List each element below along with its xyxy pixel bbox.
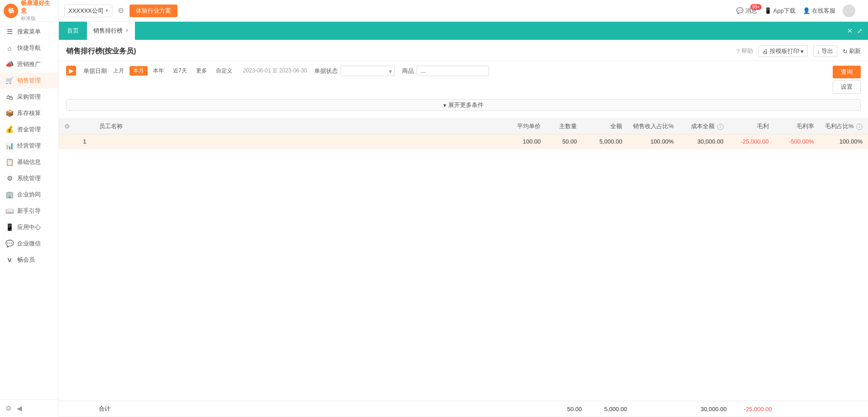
chevron-down-icon: ▾ <box>443 102 446 109</box>
print-label: 按模板打印 <box>770 47 799 55</box>
operations-icon: 📊 <box>5 142 14 150</box>
table-footer: 合计 50.00 5,000.00 30,000.00 -25,000.00 <box>59 401 868 417</box>
status-select-wrapper <box>340 66 395 76</box>
trial-button[interactable]: 体验行业方案 <box>129 5 177 17</box>
tab-close-icon[interactable]: × <box>125 28 129 34</box>
help-label: 帮助 <box>741 47 753 55</box>
table-header-row: ⚙ 员工名称 平均单价 主数量 全额 销售收入占比% 成本全额 i <box>59 119 868 134</box>
window-close-icon[interactable]: ✕ <box>847 27 853 34</box>
message-icon: 💬 <box>736 7 743 14</box>
sidebar-item-operations[interactable]: 📊 经营管理 <box>0 138 58 154</box>
home-icon: ⌂ <box>5 44 14 52</box>
logo-tag: 标准版 <box>21 15 55 21</box>
export-icon: ↓ <box>817 48 820 55</box>
sidebar-item-label: 基础信息 <box>17 158 41 166</box>
date-tab-this-month[interactable]: 本月 <box>129 66 148 76</box>
status-select[interactable] <box>340 66 395 76</box>
sidebar-item-sales[interactable]: 🛒 销售管理 <box>0 72 58 89</box>
sidebar-item-wechat[interactable]: 💬 企业微信 <box>0 235 58 252</box>
date-tabs: 上月 本月 本年 近7天 更多 自定义 <box>110 66 236 76</box>
footer-table: 合计 50.00 5,000.00 30,000.00 -25,000.00 <box>59 401 868 417</box>
app-download-button[interactable]: 📱 App下载 <box>764 7 796 15</box>
export-button[interactable]: ↓ 导出 <box>813 45 838 57</box>
tab-sales-ranking[interactable]: 销售排行榜 × <box>87 22 135 40</box>
sidebar-item-shortcut[interactable]: ⌂ 快捷导航 <box>0 40 58 56</box>
tabbar-right-actions: ✕ ⤢ <box>847 27 868 34</box>
online-service-button[interactable]: 👤 在线客服 <box>803 7 835 15</box>
goods-input[interactable] <box>417 66 489 76</box>
footer-label: 合计 <box>93 401 506 417</box>
sidebar-settings-icon[interactable]: ⚙ <box>5 404 11 412</box>
sidebar-item-system[interactable]: ⚙ 系统管理 <box>0 170 58 187</box>
company-selector[interactable]: XXXXXX公司 ▾ <box>64 5 112 17</box>
sales-icon: 🛒 <box>5 77 14 85</box>
sidebar-item-label: 营销推广 <box>17 60 41 68</box>
goods-filter: 商品 <box>402 66 489 76</box>
sidebar-collapse-icon[interactable]: ◀ <box>17 404 22 412</box>
td-settings <box>59 134 76 149</box>
date-label: 单据日期 <box>83 67 107 75</box>
chevron-down-icon: ▾ <box>106 8 108 14</box>
table-area: ⚙ 员工名称 平均单价 主数量 全额 销售收入占比% 成本全额 i <box>59 119 868 401</box>
td-profit-pct: 100.00% <box>820 134 868 149</box>
date-tab-last-month[interactable]: 上月 <box>110 66 128 76</box>
page: 销售排行榜(按业务员) ? 帮助 🖨 按模板打印 ▾ ↓ 导出 <box>59 40 868 417</box>
sidebar-item-member[interactable]: V 畅会员 <box>0 252 58 268</box>
date-tab-custom[interactable]: 自定义 <box>212 66 236 76</box>
more-conditions-area: ▾ 展开更多条件 <box>66 94 861 114</box>
td-sales-pct: 100.00% <box>628 134 679 149</box>
filter-row-1: 单据日期 上月 本月 本年 近7天 更多 自定义 <box>83 66 825 76</box>
cost-info-icon[interactable]: i <box>717 124 724 130</box>
message-badge: 99+ <box>750 4 762 10</box>
filter-area: ▶ 单据日期 上月 本月 本年 近7天 更多 <box>59 61 868 119</box>
filter-toggle-button[interactable]: ▶ <box>66 66 76 76</box>
service-label: 在线客服 <box>812 7 835 15</box>
sidebar-item-apps[interactable]: 📱 应用中心 <box>0 219 58 235</box>
settings-button[interactable]: 设置 <box>833 80 861 94</box>
topbar-right: 💬 消息 99+ 📱 App下载 👤 在线客服 <box>736 5 863 17</box>
sidebar-item-marketing[interactable]: 📣 营销推广 <box>0 56 58 72</box>
profit-pct-info-icon[interactable]: i <box>856 124 863 130</box>
guide-icon: 📖 <box>5 207 14 215</box>
filter-section: ▶ 单据日期 上月 本月 本年 近7天 更多 <box>66 66 861 94</box>
th-settings: ⚙ <box>59 119 76 134</box>
table-body: 1 100.00 50.00 5,000.00 100.00% 30,000.0… <box>59 134 868 149</box>
sidebar-item-search[interactable]: ☰ 搜索菜单 <box>0 24 58 40</box>
help-button[interactable]: ? 帮助 <box>736 47 753 55</box>
logo-name: 畅康通好生意 <box>21 0 55 15</box>
date-tab-7days[interactable]: 近7天 <box>169 66 191 76</box>
avatar[interactable] <box>843 5 855 17</box>
date-range-text: 2023-06-01 至 2023-06-30 <box>243 67 307 75</box>
footer-sales-pct <box>633 401 682 417</box>
sidebar-item-purchase[interactable]: 🛍 采购管理 <box>0 89 58 105</box>
sidebar-item-guide[interactable]: 📖 新手引导 <box>0 203 58 219</box>
refresh-button[interactable]: ↻ 刷新 <box>843 47 861 55</box>
tab-sales-ranking-label: 销售排行榜 <box>93 27 123 35</box>
app-label: App下载 <box>773 7 796 15</box>
sidebar-item-basic[interactable]: 📋 基础信息 <box>0 154 58 170</box>
member-icon: V <box>5 257 14 264</box>
message-button[interactable]: 💬 消息 99+ <box>736 7 757 15</box>
sidebar-item-finance[interactable]: 💰 资金管理 <box>0 121 58 138</box>
th-name: 员工名称 <box>94 119 501 134</box>
sidebar-item-label: 搜索菜单 <box>17 28 41 36</box>
more-conditions-button[interactable]: ▾ 展开更多条件 <box>66 99 861 111</box>
date-tab-more[interactable]: 更多 <box>192 66 211 76</box>
sidebar-item-label: 快捷导航 <box>17 44 41 52</box>
sidebar-item-enterprise[interactable]: 🏢 企业协同 <box>0 187 58 203</box>
refresh-label: 刷新 <box>849 47 861 55</box>
column-settings-icon[interactable]: ⚙ <box>64 123 70 130</box>
print-button[interactable]: 🖨 按模板打印 ▾ <box>758 45 808 57</box>
sidebar-item-inventory[interactable]: 📦 库存核算 <box>0 105 58 121</box>
filter-actions: 查询 设置 <box>833 66 861 94</box>
topbar: XXXXXX公司 ▾ ⚙ 体验行业方案 💬 消息 99+ 📱 App下载 👤 在… <box>59 0 868 22</box>
footer-profit: -25,000.00 <box>732 401 777 417</box>
window-maximize-icon[interactable]: ⤢ <box>857 27 863 34</box>
date-tab-this-year[interactable]: 本年 <box>149 66 168 76</box>
sidebar-item-label: 畅会员 <box>17 256 35 264</box>
query-button[interactable]: 查询 <box>833 66 861 78</box>
th-rank <box>76 119 94 134</box>
tab-home[interactable]: 首页 <box>59 22 87 40</box>
sidebar-item-label: 企业协同 <box>17 191 41 199</box>
settings-icon[interactable]: ⚙ <box>118 6 124 15</box>
